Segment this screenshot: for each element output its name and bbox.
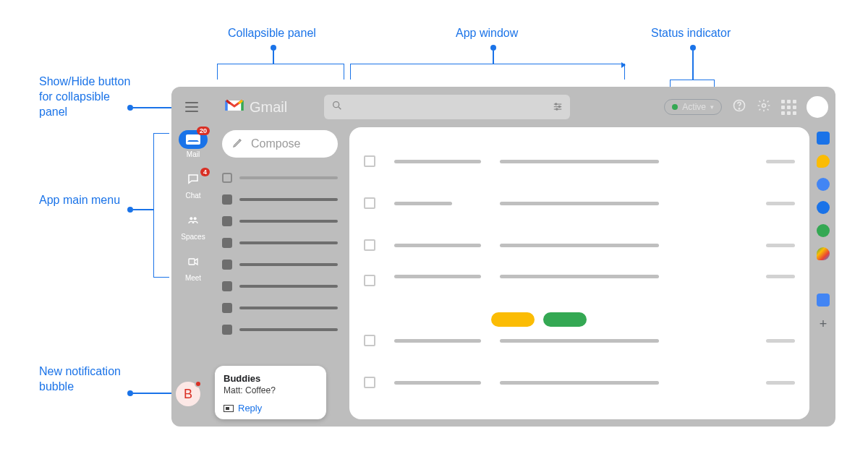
svg-point-9	[739, 108, 739, 109]
placeholder-line	[239, 198, 338, 201]
rail-item-spaces[interactable]: Spaces	[179, 213, 208, 241]
checkbox[interactable]	[364, 197, 375, 209]
calendar-icon[interactable]	[817, 132, 830, 145]
folder-icon	[222, 194, 232, 205]
apps-grid-icon[interactable]	[781, 100, 796, 115]
list-row[interactable]	[364, 275, 795, 311]
annotation-notification-bubble: New notification bubble	[39, 364, 126, 395]
label-chip[interactable]	[491, 312, 535, 327]
placeholder-line	[239, 307, 338, 309]
folder-icon	[222, 325, 232, 335]
list-row[interactable]	[364, 233, 795, 257]
product-name: Gmail	[250, 99, 287, 116]
list-row[interactable]	[364, 149, 795, 174]
annotation-status-indicator: Status indicator	[651, 26, 731, 41]
folder-item[interactable]	[222, 213, 338, 230]
rail-label: Chat	[185, 192, 200, 200]
annotation-line	[692, 51, 694, 80]
annotation-dot	[490, 45, 496, 51]
placeholder-line	[239, 220, 338, 223]
folder-icon	[222, 260, 232, 270]
folder-item[interactable]	[222, 256, 338, 273]
folder-icon	[222, 238, 232, 248]
annotation-dot	[690, 45, 696, 51]
badge-count: 20	[197, 127, 210, 135]
folder-item[interactable]	[222, 191, 338, 208]
add-addon-button[interactable]: +	[820, 317, 827, 332]
placeholder-line	[766, 339, 795, 343]
svg-point-12	[194, 217, 197, 220]
checkbox[interactable]	[364, 377, 375, 388]
label-chip[interactable]	[543, 312, 587, 327]
svg-point-6	[558, 106, 560, 107]
rail-item-chat[interactable]: 4 Chat	[179, 171, 208, 200]
checkbox[interactable]	[364, 275, 375, 286]
spaces-icon	[185, 215, 201, 229]
chat-icon	[186, 173, 200, 189]
folder-item[interactable]	[222, 278, 338, 295]
folder-item[interactable]	[222, 169, 338, 187]
annotation-dot	[271, 45, 276, 51]
placeholder-line	[394, 244, 481, 247]
reply-icon	[224, 405, 234, 412]
contacts-icon[interactable]	[817, 201, 830, 214]
notification-message: Matt: Coffee?	[224, 385, 318, 395]
folder-item[interactable]	[222, 299, 338, 317]
chevron-down-icon: ▾	[710, 103, 714, 111]
annotation-collapsible-panel: Collapsible panel	[228, 26, 316, 41]
search-options-icon[interactable]	[553, 101, 563, 113]
keep-icon[interactable]	[817, 155, 830, 168]
meet-icon	[186, 256, 200, 270]
checkbox[interactable]	[364, 239, 375, 251]
status-label: Active	[682, 102, 706, 112]
account-avatar[interactable]	[807, 96, 828, 118]
annotation-line	[133, 209, 153, 210]
notification-avatar[interactable]: B	[176, 382, 200, 406]
checkbox[interactable]	[364, 155, 375, 167]
maps-icon[interactable]	[817, 247, 830, 260]
placeholder-line	[766, 381, 795, 385]
annotation-line	[133, 393, 174, 394]
list-row[interactable]	[364, 370, 795, 395]
annotation-dot	[127, 207, 133, 213]
folder-item[interactable]	[222, 321, 338, 338]
annotation-show-hide: Show/Hide button for collapsible panel	[39, 74, 140, 119]
addon-icon[interactable]	[817, 294, 830, 307]
search-input[interactable]	[324, 95, 570, 119]
badge-count: 4	[200, 168, 210, 176]
annotation-line	[493, 51, 494, 64]
settings-icon[interactable]	[757, 98, 771, 116]
placeholder-line	[500, 160, 659, 163]
notification-dot-icon	[195, 380, 202, 387]
svg-rect-13	[189, 259, 195, 265]
gmail-icon	[225, 98, 244, 116]
rail-item-mail[interactable]: 20 Mail	[179, 130, 208, 158]
tasks-icon[interactable]	[817, 178, 830, 191]
status-indicator[interactable]: Active ▾	[664, 99, 722, 115]
compose-button[interactable]: Compose	[222, 130, 338, 158]
header-actions: Active ▾	[664, 96, 828, 118]
help-icon[interactable]	[732, 98, 746, 116]
annotation-dot	[127, 105, 133, 111]
menu-toggle-button[interactable]	[182, 97, 202, 117]
notification-bubble: Buddies Matt: Coffee? Reply	[215, 366, 326, 419]
annotation-dot	[127, 390, 133, 396]
annotation-bracket	[217, 64, 344, 80]
rail-item-meet[interactable]: Meet	[179, 254, 208, 282]
placeholder-line	[239, 328, 338, 331]
placeholder-line	[766, 275, 795, 278]
svg-point-11	[190, 217, 192, 220]
annotation-bracket	[153, 133, 169, 278]
checkbox[interactable]	[364, 335, 375, 346]
list-row[interactable]	[364, 328, 795, 353]
placeholder-line	[239, 285, 338, 288]
folder-item[interactable]	[222, 234, 338, 252]
placeholder-line	[394, 275, 481, 278]
pencil-icon	[232, 137, 244, 151]
reply-label: Reply	[238, 403, 262, 414]
side-panel: +	[811, 127, 835, 332]
list-row[interactable]	[364, 191, 795, 215]
reply-button[interactable]: Reply	[224, 403, 318, 414]
voice-icon[interactable]	[817, 224, 830, 237]
compose-label: Compose	[251, 137, 300, 150]
